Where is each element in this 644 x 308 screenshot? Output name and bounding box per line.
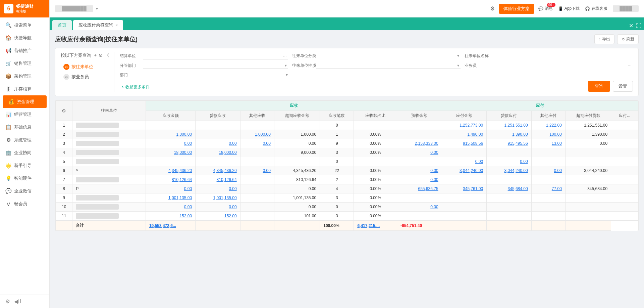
cell-link[interactable]: 915,495.56 (508, 141, 528, 146)
tab-home[interactable]: 首页 (52, 20, 72, 30)
cell-link[interactable]: 1,001,135.00 (168, 195, 192, 200)
messages-action[interactable]: 💬 消息 99+ (538, 6, 553, 11)
sidebar-collapse-icon[interactable]: ◀II (14, 298, 21, 305)
cell-link[interactable]: 0.00 (430, 168, 438, 173)
cell-link[interactable]: 0.00 (263, 141, 270, 146)
cell-link[interactable]: 18,000.00 (219, 150, 236, 155)
user-info[interactable]: ████ (613, 6, 639, 11)
sidebar-item-system[interactable]: ⚙ 系统管理 (0, 134, 49, 146)
cell-link[interactable]: 0.00 (229, 205, 236, 209)
tab-ar-ap[interactable]: 应收应付余额查询 × (73, 20, 123, 30)
sidebar-item-operations[interactable]: 📊 经营管理 (0, 108, 49, 121)
cell-link[interactable]: 1,490.00 (467, 132, 483, 137)
sidebar-item-smart-hw[interactable]: 💡 智能硬件 (0, 172, 49, 185)
query-button[interactable]: 查询 (588, 81, 610, 92)
cell-link[interactable]: 100.00 (549, 132, 562, 137)
settings-scheme-icon[interactable]: ⊙ (99, 52, 103, 58)
cell-link[interactable]: 810,126.64 (217, 177, 237, 182)
settings-button[interactable]: 设置 (613, 81, 633, 92)
tab-close-window-icon[interactable]: ✕ (629, 23, 633, 29)
highlight-button[interactable]: 体验行业方案 (499, 4, 534, 14)
salesperson-input-wrap[interactable]: ··· (488, 62, 633, 69)
sidebar-item-finance[interactable]: 💰 资金管理 (3, 95, 47, 108)
sidebar-item-search-menu[interactable]: 🔍 搜索菜单 (0, 19, 49, 32)
cell-link[interactable]: 4,345,436.20 (168, 168, 192, 173)
sidebar-item-base-info[interactable]: 📋 基础信息 (0, 121, 49, 134)
cell-link[interactable]: 655,636.75 (418, 186, 438, 191)
unit-name-input-wrap[interactable] (489, 53, 633, 59)
sidebar-item-wechat[interactable]: 💬 企业微信 (0, 185, 49, 197)
scheme-by-unit[interactable]: ⊙ 按往来单位 (61, 62, 110, 71)
salesperson-input[interactable] (489, 63, 626, 68)
sidebar-item-sales[interactable]: 🛒 销售管理 (0, 57, 49, 70)
company-name: ████████ (55, 5, 93, 12)
cell-link[interactable]: 0.00 (430, 205, 438, 209)
cell-link[interactable]: 0.00 (520, 159, 528, 164)
cell-link[interactable]: 1,001,135.00 (213, 195, 237, 200)
dept-select[interactable]: ▾ (143, 72, 289, 78)
cell-link[interactable]: 152.00 (179, 214, 192, 218)
settlement-unit-input[interactable] (145, 53, 281, 58)
cell-link[interactable]: 0.00 (430, 177, 438, 182)
cell-link[interactable]: 0.00 (554, 168, 561, 173)
sidebar-item-quick-nav[interactable]: 🏠 快捷导航 (0, 32, 49, 44)
cell-link[interactable]: 0.00 (263, 168, 270, 173)
sidebar-item-inventory[interactable]: 🗄 库存核算 (0, 83, 49, 95)
cell-link[interactable]: 915,508.56 (463, 141, 483, 146)
cell-link[interactable]: 1,251,551.00 (504, 123, 528, 128)
cell-link[interactable]: 810,126.64 (172, 177, 192, 182)
collapse-more-btn[interactable]: ∧ 收起更多条件 (120, 83, 151, 91)
cell-link[interactable]: 0.00 (184, 205, 192, 209)
sidebar-label-finance: 资金管理 (17, 99, 34, 105)
sidebar-settings-icon[interactable]: ⚙ (5, 298, 10, 305)
header-gear-icon[interactable]: ⚙ (490, 5, 495, 12)
unit-category-label: 往来单位分类 (292, 53, 316, 59)
settlement-unit-dots[interactable]: ··· (283, 53, 287, 58)
cell-link[interactable]: 13.00 (552, 141, 562, 146)
header-breadcrumb: ████████ ▾ (55, 5, 486, 12)
cell-link[interactable]: 1,000.00 (176, 132, 192, 137)
export-button[interactable]: ↑ 导出 (594, 34, 614, 44)
cell-link[interactable]: 3,044,240.00 (460, 168, 483, 173)
table-settings-icon[interactable]: ⚙ (62, 108, 66, 114)
cell-link[interactable]: 1,222.00 (546, 123, 562, 128)
cell-link[interactable]: 18,000.00 (174, 150, 192, 155)
cell-link[interactable]: 1,000.00 (255, 132, 271, 137)
scheme-by-employee[interactable]: ⊙ 按业务员 (61, 73, 110, 81)
dept-head-select[interactable]: ▾ (143, 62, 288, 69)
refresh-button[interactable]: ↺ 刷新 (617, 34, 639, 44)
cell-link[interactable]: 345,761.00 (463, 186, 483, 191)
tab-expand-icon[interactable]: ⛶ (636, 23, 641, 29)
unit-category-select[interactable]: ▾ (316, 53, 461, 59)
collapse-scheme-icon[interactable]: 《 (105, 52, 109, 58)
app-download-label: App下载 (565, 6, 580, 11)
cell-link[interactable]: 345,684.00 (508, 186, 528, 191)
settlement-unit-input-wrap[interactable]: ··· (143, 52, 288, 59)
cell-link[interactable]: 3,044,240.00 (504, 168, 528, 173)
add-scheme-icon[interactable]: + (94, 52, 97, 58)
unit-nature-select[interactable]: ▾ (316, 62, 461, 69)
salesperson-dots[interactable]: ··· (628, 63, 632, 68)
cell-link[interactable]: 0.00 (229, 186, 236, 191)
customer-service-action[interactable]: 🎧 在线客服 (585, 6, 607, 11)
cell-link[interactable]: 0.00 (475, 159, 483, 164)
cell-link[interactable]: 0.00 (430, 150, 438, 155)
sidebar-item-enterprise[interactable]: 🏢 企业协同 (0, 146, 49, 159)
cell-link[interactable]: 152.00 (224, 214, 237, 218)
unit-name-input[interactable] (490, 53, 632, 58)
cell-link[interactable]: 77.00 (552, 186, 562, 191)
cell-link[interactable]: 2,153,333.00 (415, 141, 438, 146)
cell-link[interactable]: 0.00 (229, 141, 236, 146)
cell-link[interactable]: 1,252,773.00 (460, 123, 483, 128)
cell-link[interactable]: 0.00 (184, 141, 192, 146)
sidebar-item-newbie[interactable]: 🌟 新手引导 (0, 159, 49, 172)
tab-close-icon[interactable]: × (115, 23, 118, 28)
cell-link[interactable]: 1,390.00 (512, 132, 528, 137)
sidebar-item-purchase[interactable]: 📦 采购管理 (0, 70, 49, 83)
unit-nature-chevron: ▾ (457, 63, 459, 68)
cell-link[interactable]: 0.00 (184, 186, 192, 191)
sidebar-item-marketing[interactable]: 📢 营销推广 (0, 44, 49, 57)
cell-link[interactable]: 4,345,436.20 (213, 168, 237, 173)
app-download-action[interactable]: 📱 App下载 (558, 6, 580, 11)
sidebar-item-member[interactable]: V 畅会员 (0, 197, 49, 210)
